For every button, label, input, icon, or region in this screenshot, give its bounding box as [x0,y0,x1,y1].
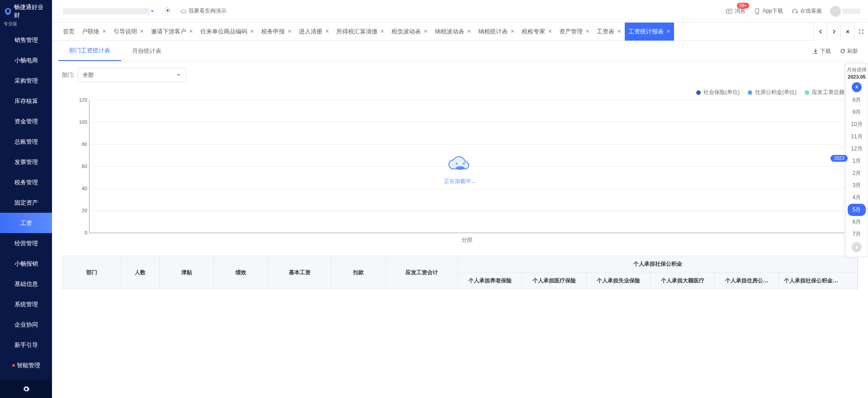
chevron-down-icon [854,245,859,249]
tab-close-icon[interactable]: ✕ [548,28,552,34]
refresh-button[interactable]: 刷新 [840,47,858,55]
department-select[interactable]: 全部 [78,68,186,82]
svg-point-5 [455,163,457,164]
filter-row: 部门: 全部 [58,61,862,89]
month-option[interactable]: 5月 [848,204,866,216]
month-panel-date: 2023.05 [846,74,868,80]
tab-close-icon[interactable]: ✕ [585,28,590,34]
table-header-group: 个人承担社保公积金个人承担养老保险个人承担医疗保险个人承担失业保险个人承担大额医… [458,256,858,289]
topbar-settings-button[interactable] [164,7,171,15]
messages-button[interactable]: 消息 99+ [726,7,745,15]
sidebar-item-3[interactable]: 库存核算 [0,91,52,111]
tab-close-icon[interactable]: ✕ [288,28,292,34]
sidebar-item-16[interactable]: 智能管理 [0,355,52,375]
sidebar-item-9[interactable]: 工资 [0,213,52,233]
sidebar-item-8[interactable]: 固定资产 [0,192,52,213]
tab-scroll-left[interactable] [814,23,827,41]
sidebar-item-15[interactable]: 新手引导 [0,335,52,355]
sidebar-item-6[interactable]: 发票管理 [0,152,52,172]
tab-close-icon[interactable]: ✕ [140,28,144,34]
sidebar-item-2[interactable]: 采购管理 [0,70,52,91]
sidebar-item-11[interactable]: 小畅报销 [0,253,52,274]
gridline [90,100,844,100]
tab-14[interactable]: 工资统计报表✕ [625,23,674,41]
tab-scroll-right[interactable] [827,23,841,41]
tab-11[interactable]: 税检专家✕ [518,23,556,41]
tab-4[interactable]: 往来单位商品编码✕ [197,23,258,41]
tab-close-icon[interactable]: ✕ [325,28,329,34]
tab-close-icon[interactable]: ✕ [424,28,428,34]
subtab-1[interactable]: 月份统计表 [121,41,172,61]
month-option[interactable]: 8月 [848,94,866,106]
legend-label: 应发工资总额 [812,89,844,96]
tab-close-icon[interactable]: ✕ [617,28,621,34]
month-option[interactable]: 12月 [848,143,866,155]
legend-item[interactable]: 社会保险(单位) [696,89,740,96]
legend-item[interactable]: 应发工资总额 [805,89,844,96]
tab-10[interactable]: 纳税统计表✕ [475,23,518,41]
tab-close-icon[interactable]: ✕ [102,28,106,34]
tab-2[interactable]: 引导说明✕ [110,23,147,41]
tab-8[interactable]: 税负波动表✕ [388,23,431,41]
org-selector[interactable] [59,4,159,19]
subtab-0[interactable]: 部门工资统计表 [58,41,121,61]
tab-close-icon[interactable]: ✕ [666,28,670,34]
tabbar: 首页户联络✕引导说明✕邀请下游客户✕往来单位商品编码✕税务申报✕进入清册✕所得税… [52,23,868,41]
legend-item[interactable]: 住房公积金(单位) [748,89,797,96]
sidebar-item-12[interactable]: 基础信息 [0,274,52,294]
month-option[interactable]: 1月 [848,155,866,167]
download-button[interactable]: 下载 [813,47,831,55]
demo-link[interactable]: 我要看实例演示 [180,7,226,15]
chevron-down-icon [176,72,181,78]
month-option[interactable]: 7月 [848,228,866,240]
tab-9[interactable]: 纳税波动表✕ [431,23,475,41]
sidebar-item-0[interactable]: 销售管理 [0,30,52,50]
app-download-button[interactable]: App下载 [754,7,783,15]
y-tick-label: 40 [74,186,87,191]
tab-0[interactable]: 首页 [59,23,78,41]
month-option[interactable]: 3月 [848,179,866,192]
tab-6[interactable]: 进入清册✕ [295,23,333,41]
tab-3[interactable]: 邀请下游客户✕ [147,23,197,41]
y-tick-label: 20 [74,208,87,213]
customer-service-button[interactable]: 在线客服 [791,7,822,15]
tab-13[interactable]: 工资表✕ [593,23,625,41]
month-option[interactable]: 4月 [848,192,866,204]
close-icon [845,29,850,34]
tab-1[interactable]: 户联络✕ [78,23,110,41]
user-menu[interactable] [830,6,861,17]
sidebar-item-10[interactable]: 经营管理 [0,233,52,253]
sidebar-item-7[interactable]: 税务管理 [0,172,52,192]
tab-close-icon[interactable]: ✕ [510,28,514,34]
sidebar-item-5[interactable]: 总账管理 [0,131,52,152]
sidebar-settings-button[interactable] [0,380,52,398]
fullscreen-button[interactable] [854,23,868,41]
y-tick-label: 0 [74,230,87,235]
sidebar-item-14[interactable]: 企业协同 [0,314,52,335]
month-scroll-down[interactable] [852,242,862,252]
table-header-child-cell: 个人承担住房公… [715,272,779,289]
tab-12[interactable]: 资产管理✕ [556,23,593,41]
month-option[interactable]: 11月 [848,131,866,143]
legend-label: 住房公积金(单位) [755,89,797,96]
brand-icon [4,7,12,16]
month-option[interactable]: 2月 [848,167,866,179]
tab-label: 户联络 [82,28,99,36]
month-option[interactable]: 9月 [848,106,866,118]
tab-close-icon[interactable]: ✕ [189,28,193,34]
sidebar-item-1[interactable]: 小畅电商 [0,50,52,70]
cloud-icon [180,8,187,14]
tab-close-icon[interactable]: ✕ [250,28,254,34]
sidebar-item-4[interactable]: 资金管理 [0,111,52,131]
tab-close-icon[interactable]: ✕ [380,28,384,34]
month-scroll-up[interactable] [852,82,862,92]
month-option[interactable]: 6月 [848,216,866,228]
sidebar-item-13[interactable]: 系统管理 [0,294,52,314]
tab-close-icon[interactable]: ✕ [467,28,471,34]
tab-5[interactable]: 税务申报✕ [258,23,295,41]
gridline [90,211,844,211]
table-header-cell: 部门 [62,256,121,289]
month-option[interactable]: 10月 [848,118,866,131]
tab-close-all[interactable] [841,23,854,41]
tab-7[interactable]: 所得税汇算清缴✕ [333,23,388,41]
